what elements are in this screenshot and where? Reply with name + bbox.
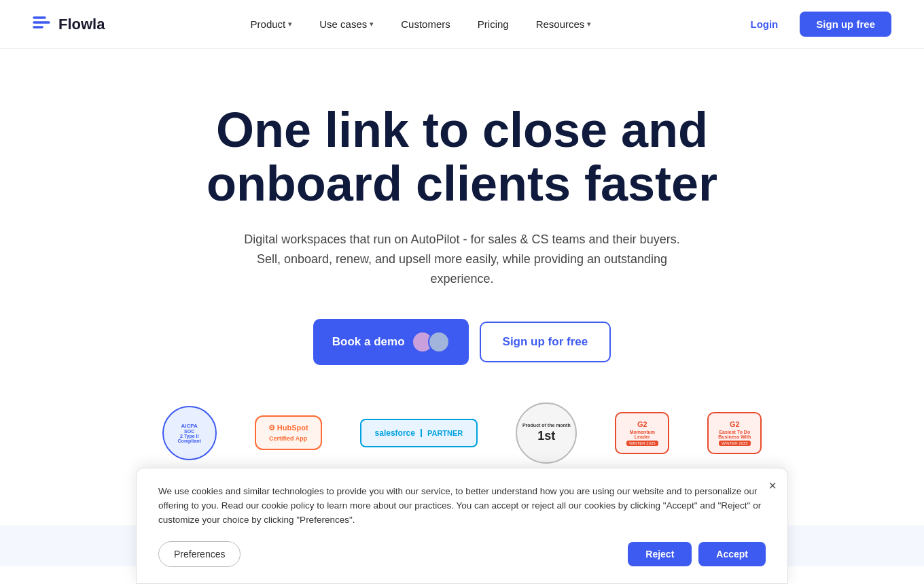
chevron-down-icon: ▾ [370, 20, 374, 29]
preferences-button[interactable]: Preferences [158, 541, 241, 566]
cookie-actions: Preferences Reject Accept [158, 541, 766, 566]
logo-text: Flowla [58, 16, 105, 33]
book-demo-button[interactable]: Book a demo [313, 319, 469, 365]
badge-g2-momentum: G2 Momentum Leader WINTER 2025 [604, 409, 680, 458]
cookie-right-actions: Reject Accept [628, 542, 766, 566]
nav-resources[interactable]: Resources ▾ [525, 13, 603, 35]
hero-title: One link to close and onboard clients fa… [156, 103, 768, 211]
login-button[interactable]: Login [736, 12, 792, 37]
badge-soc2: AICPA SOC 2 Type II Compliant [152, 409, 228, 458]
hero-section: One link to close and onboard clients fa… [0, 49, 924, 526]
hero-subtitle: Digital workspaces that run on AutoPilot… [224, 230, 700, 288]
nav-use-cases[interactable]: Use cases ▾ [308, 13, 385, 35]
reject-button[interactable]: Reject [628, 542, 692, 566]
cookie-banner: × We use cookies and similar technologie… [136, 468, 788, 566]
badge-salesforce: salesforce PARTNER [349, 409, 489, 458]
badge-g2-easiest: G2 Easiest To Do Business With WINTER 20… [696, 409, 772, 458]
nav-product[interactable]: Product ▾ [240, 13, 304, 35]
signup-free-button[interactable]: Sign up for free [480, 322, 611, 362]
logo-icon [33, 14, 53, 35]
chevron-down-icon: ▾ [288, 20, 292, 29]
nav-actions: Login Sign up free [736, 12, 891, 37]
nav-links: Product ▾ Use cases ▾ Customers Pricing … [240, 13, 603, 35]
nav-customers[interactable]: Customers [390, 13, 461, 35]
hero-cta-group: Book a demo Sign up for free [27, 319, 897, 365]
cookie-close-button[interactable]: × [768, 478, 777, 494]
badge-product-month: Product of the month 1st [505, 409, 588, 458]
signup-button[interactable]: Sign up free [800, 12, 891, 37]
cookie-text: We use cookies and similar technologies … [158, 485, 766, 528]
logo-link[interactable]: Flowla [33, 14, 105, 35]
avatar-2 [428, 331, 450, 353]
nav-pricing[interactable]: Pricing [467, 13, 520, 35]
accept-button[interactable]: Accept [698, 542, 766, 566]
chevron-down-icon: ▾ [587, 20, 591, 29]
navbar: Flowla Product ▾ Use cases ▾ Customers P… [0, 0, 924, 49]
demo-avatars [412, 331, 450, 353]
badge-hubspot: ⚙ HubSpot Certified App [244, 409, 333, 458]
